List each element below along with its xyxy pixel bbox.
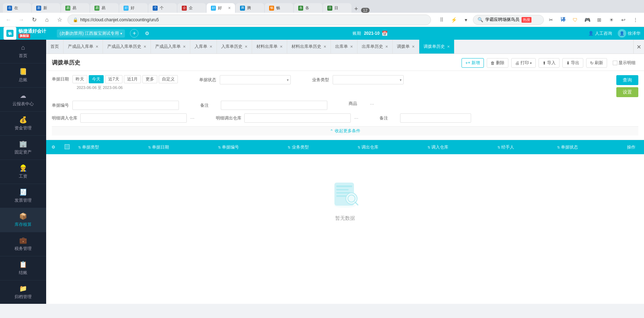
th-handler[interactable]: ⇅ 经手人 <box>493 140 553 154</box>
sidebar-item-close-accounts[interactable]: 📋 结账 <box>0 256 46 280</box>
gear-icon[interactable]: ⚙ <box>51 145 55 150</box>
detail-remark-input[interactable] <box>400 113 471 123</box>
browser-tab-7[interactable]: 企 企 <box>178 3 206 13</box>
detail-out-dots[interactable]: ··· <box>354 115 359 121</box>
more-date-button[interactable]: 更多 <box>142 75 157 83</box>
print-button[interactable]: 🖨 打印 ▾ <box>511 58 536 68</box>
address-bar[interactable]: 🔒 https://cloud.chanjet.com/accounting/u… <box>67 15 431 25</box>
th-gear[interactable]: ⚙ <box>46 140 60 154</box>
browser-tab-6[interactable]: 个 个 <box>148 3 177 13</box>
app-tab-inbound-hist[interactable]: 入库单历史 ✕ <box>217 40 252 54</box>
app-tab-material-out[interactable]: 材料出库单 ✕ <box>252 40 287 54</box>
user-profile[interactable]: 👤 徐泽华 <box>618 29 640 38</box>
browser-tab-8-active[interactable]: 好 好 ✕ <box>207 3 235 13</box>
home-button[interactable]: ⌂ <box>42 15 52 25</box>
detail-out-input[interactable] <box>244 113 351 123</box>
query-button[interactable]: 查询 <box>616 75 638 85</box>
menu-button[interactable]: ⋮ <box>631 15 640 25</box>
app-tab-product-inbound2[interactable]: 产成品入库单 ✕ <box>151 40 190 54</box>
browser-tab-3[interactable]: 易 易 <box>61 3 89 13</box>
app-tab-product-inbound-hist-close[interactable]: ✕ <box>143 45 146 49</box>
custom-date-button[interactable]: 自定义 <box>159 75 178 83</box>
search-bar[interactable]: 🔍 学霸应聘场驱鸟员 热搜 <box>473 15 544 25</box>
app-tab-outbound[interactable]: 出库单 ✕ <box>331 40 358 54</box>
app-tab-inbound[interactable]: 入库单 ✕ <box>190 40 217 54</box>
sidebar-item-invoice[interactable]: 🧾 发票管理 <box>0 184 46 208</box>
app-tab-transfer-close[interactable]: ✕ <box>412 45 415 49</box>
app-tab-outbound-close[interactable]: ✕ <box>350 45 353 49</box>
browser-tab-2[interactable]: 新 新 <box>32 3 60 13</box>
sidebar-item-ledger[interactable]: 📒 总账 <box>0 63 46 88</box>
select-all-checkbox[interactable] <box>65 144 70 149</box>
browser-tab-9[interactable]: 腾 腾 <box>236 3 264 13</box>
forward-button[interactable]: → <box>16 15 26 25</box>
service-button[interactable]: 👤 人工咨询 <box>588 30 612 37</box>
sidebar-item-home[interactable]: ⌂ 首页 <box>0 40 46 63</box>
detail-in-input[interactable] <box>80 113 187 123</box>
app-tab-outbound-hist-close[interactable]: ✕ <box>385 45 388 49</box>
bookmark-button[interactable]: ☆ <box>55 15 65 25</box>
translate-button[interactable]: 译 <box>558 15 568 25</box>
app-tab-product-inbound2-close[interactable]: ✕ <box>183 45 186 49</box>
sidebar-item-archive[interactable]: 📁 归档管理 <box>0 280 46 304</box>
grid-button[interactable]: ⊞ <box>594 15 604 25</box>
setting-button[interactable]: 设置 <box>616 87 638 97</box>
close-all-tabs-button[interactable]: ✕ <box>633 40 644 54</box>
new-button[interactable]: + + 新增 <box>462 58 484 68</box>
collapse-button[interactable]: ⌃ 收起更多条件 <box>52 126 638 135</box>
browser-tab-10[interactable]: 畅 畅 <box>265 3 293 13</box>
7days-button[interactable]: 近7天 <box>105 75 122 83</box>
theme-button[interactable]: ☀ <box>606 15 616 25</box>
import-button[interactable]: ⬆ 导入 <box>539 58 560 68</box>
browser-tab-1[interactable]: 在 在 <box>3 3 31 13</box>
extensions-button[interactable]: ⠿ <box>437 15 447 25</box>
th-biz-type[interactable]: ⇅ 业务类型 <box>283 140 353 154</box>
th-in-warehouse[interactable]: ⇅ 调入仓库 <box>423 140 493 154</box>
app-tab-material-out-close[interactable]: ✕ <box>280 45 283 49</box>
undo-button[interactable]: ↩ <box>618 15 628 25</box>
app-tab-product-inbound-hist[interactable]: 产成品入库单历史 ✕ <box>103 40 151 54</box>
remark-input[interactable] <box>221 101 327 110</box>
app-tab-product-inbound[interactable]: 产成品入库单 ✕ <box>64 40 103 54</box>
sidebar-item-payroll[interactable]: 👷 工资 <box>0 160 46 184</box>
th-doc-type[interactable]: ⇅ 单据类型 <box>74 140 144 154</box>
app-tab-home[interactable]: 首页 <box>46 40 64 54</box>
app-tab-material-out-hist-close[interactable]: ✕ <box>323 45 326 49</box>
back-button[interactable]: ← <box>4 15 13 25</box>
app-tab-material-out-hist[interactable]: 材料出库单历史 ✕ <box>287 40 331 54</box>
biz-type-select-wrap[interactable] <box>333 75 404 84</box>
biz-type-select[interactable] <box>333 75 404 84</box>
browser-tab-12[interactable]: 目 目 <box>323 3 351 13</box>
browser-tab-11[interactable]: 各 各 <box>294 3 322 13</box>
doc-no-input[interactable] <box>72 101 179 110</box>
goods-dots[interactable]: ··· <box>370 101 374 107</box>
th-doc-status[interactable]: ⇅ 单据状态 <box>553 140 623 154</box>
shield-button[interactable]: 🛡 <box>570 15 580 25</box>
app-tab-transfer[interactable]: 调拨单 ✕ <box>393 40 419 54</box>
app-tab-transfer-hist-close[interactable]: ✕ <box>447 45 450 49</box>
1month-button[interactable]: 近1月 <box>124 75 141 83</box>
sidebar-item-cloud-reports[interactable]: ☁ 云报表中心 <box>0 88 46 112</box>
account-selector[interactable]: (勿删勿禁用) 江西服宝测试专用 ▾ <box>57 29 125 38</box>
sidebar-item-inventory[interactable]: 📦 库存核算 <box>0 208 46 232</box>
show-cols-toggle[interactable]: 显示明细 <box>610 58 638 67</box>
refresh-button[interactable]: ↻ <box>29 15 39 25</box>
refresh-button-page[interactable]: ↻ 刷新 <box>586 58 607 68</box>
sidebar-item-fixed-assets[interactable]: 🏢 固定资产 <box>0 136 46 160</box>
dropdown-button[interactable]: ▾ <box>461 15 471 25</box>
app-tab-inbound-hist-close[interactable]: ✕ <box>245 45 247 49</box>
app-tab-transfer-hist[interactable]: 调拨单历史 ✕ <box>419 40 454 54</box>
sidebar-item-funds[interactable]: 💰 资金管理 <box>0 112 46 136</box>
game-button[interactable]: 🎮 <box>582 15 592 25</box>
sidebar-item-tax[interactable]: 💼 税务管理 <box>0 232 46 256</box>
th-out-warehouse[interactable]: ⇅ 调出仓库 <box>353 140 423 154</box>
browser-tab-close-8[interactable]: ✕ <box>228 6 231 10</box>
new-tab-button[interactable]: + <box>352 5 360 13</box>
app-tab-product-inbound-close[interactable]: ✕ <box>95 45 98 49</box>
scissors-button[interactable]: ✂ <box>546 15 556 25</box>
status-select[interactable] <box>220 75 291 84</box>
settings-icon-button[interactable]: ⚙ <box>142 28 152 38</box>
th-doc-date[interactable]: ⇅ 单据日期 <box>144 140 214 154</box>
delete-button[interactable]: 🗑 删除 <box>487 58 508 68</box>
browser-tab-5[interactable]: 好 好 <box>119 3 148 13</box>
